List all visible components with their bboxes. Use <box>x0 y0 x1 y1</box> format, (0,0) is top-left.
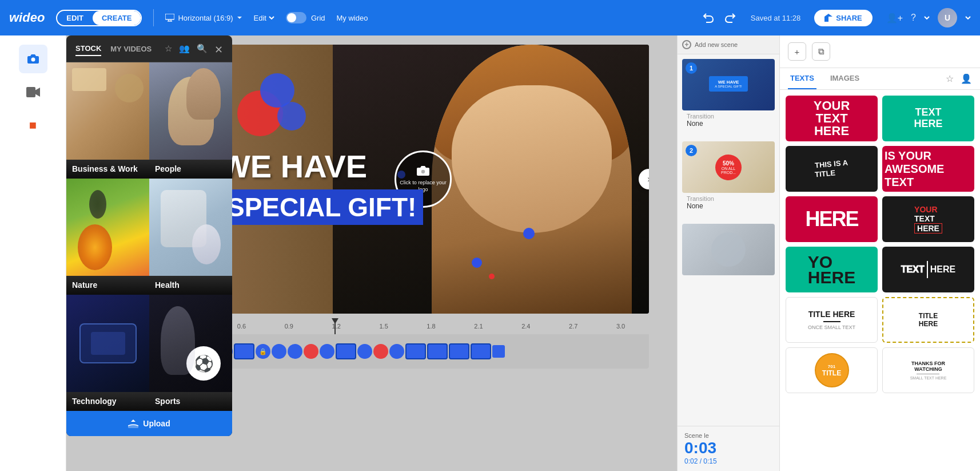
category-technology-image <box>66 295 149 392</box>
sidebar-video-btn[interactable] <box>19 78 47 106</box>
add-scene-icon: + <box>682 40 691 49</box>
stock-tab-icons: ☆ 👥 🔍 ✕ <box>165 43 223 56</box>
scene-item-3[interactable] <box>678 219 779 280</box>
chevron-down-icon-3 <box>924 16 930 19</box>
search-icon[interactable]: 🔍 <box>197 43 208 56</box>
track-item-15[interactable] <box>471 343 491 359</box>
add-scene-button[interactable]: + Add new scene <box>682 40 775 49</box>
timeline: 0.6 0.9 1.2 1.5 1.8 2.1 2.4 2.7 3.0 🎬 🔒 … <box>197 318 649 369</box>
track-item-3[interactable]: 🔒 <box>256 344 270 359</box>
category-technology[interactable]: Technology <box>66 295 149 411</box>
category-health[interactable]: Health <box>149 179 232 295</box>
right-panel-actions: + ⧉ <box>780 35 980 68</box>
star-icon[interactable]: ☆ <box>165 43 172 56</box>
track-item-10[interactable] <box>373 344 388 359</box>
track-item-9[interactable] <box>357 344 372 359</box>
text-template-2[interactable]: TEXT HERE <box>882 96 974 141</box>
saved-status: Saved at 11:28 <box>751 14 800 22</box>
technology-label: Technology <box>72 397 117 406</box>
scene-1-transition-label: Transition <box>687 113 770 120</box>
edit-button[interactable]: EDIT <box>57 11 93 25</box>
scene-length-label: Scene le <box>684 432 772 439</box>
redo-icon[interactable] <box>724 13 736 23</box>
scene-2-transition-value: None <box>687 202 770 210</box>
people-icon[interactable]: 👥 <box>179 43 190 56</box>
nav-right-icons: 👤+ ? U <box>886 8 971 27</box>
health-label-overlay: Health <box>149 275 232 295</box>
scene-length-value: 0:03 <box>684 439 772 457</box>
text-template-9[interactable]: TITLE HERE ONCE SMALL TEXT <box>786 297 878 343</box>
grid-toggle[interactable]: Grid <box>286 12 325 23</box>
canvas-text-line2: SPECIAL GIFT! <box>220 189 423 225</box>
category-health-image <box>149 179 232 276</box>
person-tab-icon[interactable]: 👤 <box>961 73 972 84</box>
category-nature[interactable]: Nature <box>66 179 149 295</box>
project-title[interactable]: My wideo <box>337 14 368 22</box>
sidebar-color-btn[interactable]: ■ <box>19 111 47 140</box>
upload-button[interactable]: Upload <box>66 411 232 436</box>
edit-dropdown[interactable]: Edit <box>254 14 274 22</box>
category-business[interactable]: Business & Work <box>66 62 149 179</box>
scene-item-2[interactable]: 50% ON ALL PROD... 2 Transition None <box>678 137 779 219</box>
timeline-playhead[interactable] <box>334 318 336 334</box>
undo-icon[interactable] <box>703 13 714 23</box>
track-item-12[interactable] <box>405 343 426 359</box>
star-tab-icon[interactable]: ☆ <box>946 73 954 84</box>
category-sports[interactable]: ⚽ Sports <box>149 295 232 411</box>
track-item-4[interactable] <box>272 344 286 359</box>
canvas-main[interactable]: Click to replace your logo WE HAVE SPECI… <box>197 45 649 314</box>
share-button[interactable]: SHARE <box>814 10 873 26</box>
grid-switch[interactable] <box>286 12 306 23</box>
icon-sidebar: ■ <box>0 35 66 471</box>
right-panel-content: YOUR TEXT HERE TEXT HERE THIS IS A TITLE <box>780 90 980 471</box>
chevron-down-icon <box>237 16 242 19</box>
stock-tab[interactable]: STOCK <box>75 44 101 56</box>
track-item-5[interactable] <box>288 344 302 359</box>
nature-label-overlay: Nature <box>66 275 149 295</box>
help-icon[interactable]: ? <box>911 13 916 23</box>
add-element-button[interactable]: + <box>788 42 806 61</box>
category-people[interactable]: People <box>149 62 232 179</box>
text-template-3[interactable]: THIS IS A TITLE <box>786 146 878 192</box>
track-item-2[interactable] <box>234 343 254 359</box>
grid-label: Grid <box>311 14 325 22</box>
text-template-1[interactable]: YOUR TEXT HERE <box>786 96 878 141</box>
track-item-13[interactable] <box>427 343 448 359</box>
text-template-10[interactable]: TITLEHERE <box>882 297 974 343</box>
track-item-6[interactable] <box>304 344 318 359</box>
duplicate-button[interactable]: ⧉ <box>812 42 830 61</box>
share-icon <box>824 14 832 22</box>
text-template-4[interactable]: IS YOURAWESOMETEXT <box>882 146 974 192</box>
right-panel: + ⧉ TEXTS IMAGES ☆ 👤 YOUR TEXT HERE TEXT <box>780 35 980 471</box>
track-item-8[interactable] <box>336 343 356 359</box>
scene-item-1[interactable]: WE HAVE A SPECIAL GIFT! 1 Transition Non… <box>678 54 779 137</box>
track-item-11[interactable] <box>389 344 404 359</box>
track-item-7[interactable] <box>320 344 334 359</box>
texts-tab[interactable]: TEXTS <box>788 68 816 89</box>
time-mark-18: 1.8 <box>408 323 455 330</box>
scene-total-time: 0:02 / 0:15 <box>684 457 772 465</box>
format-selector[interactable]: Horizontal (16:9) <box>165 14 242 22</box>
sidebar-camera-btn[interactable] <box>19 45 47 73</box>
avatar[interactable]: U <box>938 8 957 27</box>
text-template-6[interactable]: YOUR TEXT HERE <box>882 196 974 242</box>
user-chevron-icon <box>965 16 971 19</box>
text-template-7[interactable]: YOHERE <box>786 247 878 292</box>
my-videos-tab[interactable]: MY VIDEOS <box>110 45 152 56</box>
text-template-12[interactable]: THANKS FOR WATCHING SMALL TEXT HERE <box>882 347 974 393</box>
create-button[interactable]: CREATE <box>93 11 141 25</box>
nav-divider-1 <box>153 9 154 26</box>
close-icon[interactable]: ✕ <box>214 43 223 56</box>
track-item-14[interactable] <box>449 343 469 359</box>
scene-3-thumbnail <box>682 224 775 275</box>
images-tab[interactable]: IMAGES <box>828 68 862 89</box>
text-template-8[interactable]: TEXT HERE <box>882 247 974 292</box>
scene-1-transition-value: None <box>687 120 770 128</box>
text-template-5[interactable]: HERE <box>786 196 878 242</box>
navbar: wideo EDIT CREATE Horizontal (16:9) Edit… <box>0 0 980 35</box>
track-item-16[interactable] <box>492 345 505 358</box>
scene-bottom-info: Scene le 0:03 0:02 / 0:15 <box>678 426 779 471</box>
text-template-11[interactable]: 701 TITLE <box>786 347 878 393</box>
stock-tabs: STOCK MY VIDEOS ☆ 👥 🔍 ✕ <box>66 35 232 62</box>
add-user-icon[interactable]: 👤+ <box>886 13 903 23</box>
